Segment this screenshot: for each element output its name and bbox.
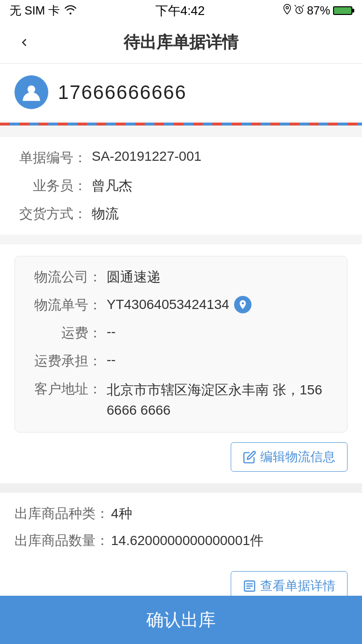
status-right: 87%	[283, 4, 352, 17]
view-detail-label: 查看单据详情	[260, 577, 335, 594]
address-label: 客户地址：	[29, 380, 107, 398]
delivery-method-value: 物流	[92, 205, 348, 223]
status-bar: 无 SIM 卡 下午4:42 87%	[0, 0, 362, 21]
customer-header: 17666666666	[0, 64, 362, 121]
tracking-number-row: 物流单号： YT43064053424134	[29, 296, 333, 314]
document-number-row: 单据编号： SA-20191227-001	[14, 149, 348, 167]
logistics-bottom-padding	[0, 472, 362, 483]
logistics-card: 物流公司： 圆通速递 物流单号： YT43064053424134	[14, 256, 348, 433]
svg-point-0	[286, 7, 288, 9]
carrier-label: 无 SIM 卡	[10, 3, 60, 18]
logistics-company-label: 物流公司：	[29, 268, 107, 286]
freight-label: 运费：	[29, 324, 107, 342]
status-left: 无 SIM 卡	[10, 3, 77, 18]
logistics-company-row: 物流公司： 圆通速递	[29, 268, 333, 286]
battery-percent: 87%	[307, 4, 330, 17]
back-button[interactable]	[10, 28, 39, 57]
view-btn-wrapper: 查看单据详情	[0, 561, 362, 601]
document-number-label: 单据编号：	[14, 149, 92, 167]
delivery-method-row: 交货方式： 物流	[14, 205, 348, 223]
tracking-number-label: 物流单号：	[29, 296, 107, 314]
address-value: 北京市市辖区海淀区永丰南 张，156 6666 6666	[107, 380, 333, 420]
product-types-label: 出库商品种类：	[14, 504, 111, 523]
logistics-section-wrapper: 物流公司： 圆通速递 物流单号： YT43064053424134	[0, 244, 362, 483]
status-time: 下午4:42	[155, 2, 205, 19]
basic-info-section: 单据编号： SA-20191227-001 业务员： 曾凡杰 交货方式： 物流	[0, 137, 362, 235]
address-row: 客户地址： 北京市市辖区海淀区永丰南 张，156 6666 6666	[29, 380, 333, 420]
tracking-number-value: YT43064053424134	[107, 296, 333, 313]
product-quantity-label: 出库商品数量：	[14, 532, 111, 550]
document-number-value: SA-20191227-001	[92, 149, 348, 164]
nav-bar: 待出库单据详情	[0, 21, 362, 64]
sales-person-label: 业务员：	[14, 177, 92, 195]
location-icon	[283, 4, 292, 17]
delivery-method-label: 交货方式：	[14, 205, 92, 223]
alarm-icon	[294, 4, 304, 17]
page-title: 待出库单据详情	[124, 31, 238, 54]
sales-person-row: 业务员： 曾凡杰	[14, 177, 348, 195]
logistics-company-value: 圆通速递	[107, 268, 333, 286]
product-types-value: 4种	[111, 504, 348, 523]
edit-btn-wrapper: 编辑物流信息	[0, 433, 362, 472]
freight-row: 运费： --	[29, 324, 333, 342]
freight-bearer-value: --	[107, 352, 333, 367]
dashed-divider	[0, 123, 362, 126]
confirm-button[interactable]: 确认出库	[0, 596, 362, 644]
customer-phone: 17666666666	[58, 82, 187, 103]
avatar	[14, 75, 48, 109]
product-quantity-row: 出库商品数量： 14.6200000000000001件	[14, 532, 348, 550]
tracking-location-button[interactable]	[234, 296, 251, 313]
svg-point-2	[28, 85, 35, 93]
battery-icon	[333, 6, 352, 15]
section-gap-1	[0, 483, 362, 493]
confirm-button-label: 确认出库	[146, 608, 216, 632]
main-content: 17666666666 单据编号： SA-20191227-001 业务员： 曾…	[0, 64, 362, 644]
logistics-inner: 物流公司： 圆通速递 物流单号： YT43064053424134	[15, 268, 347, 420]
wifi-icon	[64, 4, 77, 17]
edit-logistics-button[interactable]: 编辑物流信息	[231, 442, 348, 472]
freight-bearer-row: 运费承担： --	[29, 352, 333, 370]
edit-logistics-label: 编辑物流信息	[260, 448, 335, 465]
product-types-row: 出库商品种类： 4种	[14, 504, 348, 523]
freight-value: --	[107, 324, 333, 339]
product-quantity-value: 14.6200000000000001件	[111, 532, 348, 550]
freight-bearer-label: 运费承担：	[29, 352, 107, 370]
sales-person-value: 曾凡杰	[92, 177, 348, 195]
summary-section: 出库商品种类： 4种 出库商品数量： 14.6200000000000001件	[0, 493, 362, 561]
